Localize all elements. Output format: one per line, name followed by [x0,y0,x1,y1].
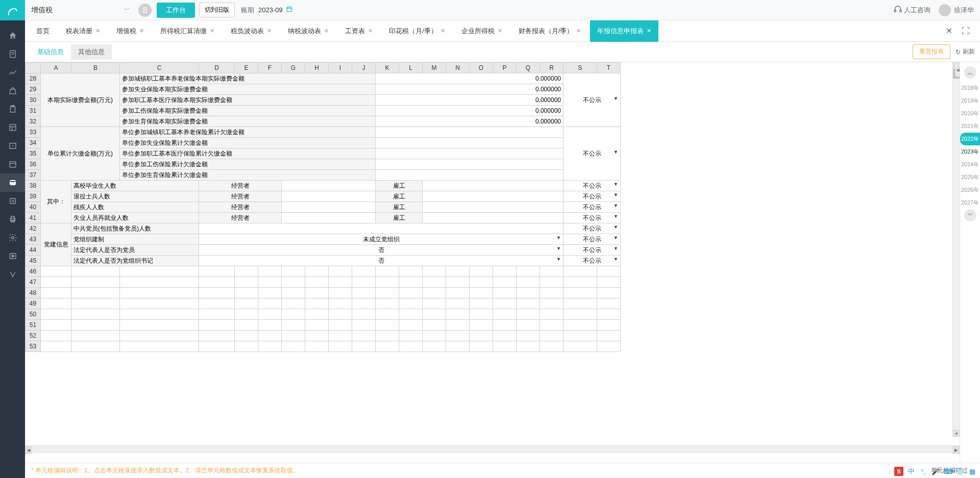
nav-doc[interactable] [0,45,25,63]
value-cell[interactable] [423,213,564,223]
tab-stamp[interactable]: 印花税（月/季）✕ [382,20,452,42]
ime-toolbox-icon[interactable]: ▦ [968,467,977,476]
value-cell[interactable]: 0.000000 [376,116,564,127]
tab-home[interactable]: 首页 [29,20,57,42]
disclosure-dropdown[interactable]: 不公示▼ [564,181,621,191]
col-head[interactable]: N [446,63,470,73]
value-cell[interactable] [282,181,376,191]
tab-vat[interactable]: 增值税✕ [109,20,151,42]
row-label[interactable]: 参加城镇职工基本养老保险本期实际缴费金额 [120,73,376,84]
row-label[interactable]: 单位参加工伤保险累计欠缴金额 [120,159,376,170]
row-label[interactable]: 单位参加城镇职工基本养老保险累计欠缴金额 [120,127,376,138]
value-dropdown[interactable]: 否▼ [199,245,564,256]
value-cell[interactable] [376,148,564,159]
expand-icon[interactable]: ⛶ [960,24,972,38]
nav-chart[interactable] [0,63,25,82]
ime-lang-icon[interactable]: 中 [906,467,916,476]
nav-form[interactable] [0,118,25,137]
value-cell[interactable] [376,170,564,181]
col-head[interactable]: R [540,63,564,73]
close-all-icon[interactable]: ✕ [944,24,954,38]
close-icon[interactable]: ✕ [95,28,100,34]
value-cell[interactable] [376,159,564,170]
nav-settings[interactable] [0,229,25,247]
row-label[interactable]: 高校毕业生人数 [71,181,199,191]
close-icon[interactable]: ✕ [368,28,373,34]
nav-clipboard[interactable] [0,100,25,118]
year-down-icon[interactable]: ︾ [964,209,976,221]
disclosure-dropdown[interactable]: 不公示▼ [564,127,621,181]
disclosure-dropdown[interactable]: 不公示▼ [564,234,621,245]
sub-label[interactable]: 经营者 [199,202,282,213]
group-label[interactable]: 本期实际缴费金额(万元) [41,73,120,127]
ime-punct-icon[interactable]: °, [919,467,928,476]
sub-label[interactable]: 经营者 [199,181,282,191]
value-cell[interactable]: 0.000000 [376,95,564,106]
workspace-button[interactable]: 工作台 [157,3,195,18]
row-label[interactable]: 参加生育保险本期实际缴费金额 [120,116,376,127]
close-icon[interactable]: ✕ [576,28,581,34]
period-value[interactable]: 2023-09 [258,6,283,14]
scroll-down-icon[interactable]: ▼ [953,430,960,437]
col-head[interactable]: K [376,63,399,73]
tab-taxlist[interactable]: 税表清册✕ [59,20,107,42]
year-item-active[interactable]: 2022年 [960,133,980,145]
row-label[interactable]: 法定代表人是否为党组织书记 [71,256,199,266]
doc-circle-icon[interactable] [138,4,152,17]
ime-keyboard-icon[interactable]: ⌨ [943,467,952,476]
row-label[interactable]: 退役士兵人数 [71,191,199,202]
col-head[interactable]: D [199,63,235,73]
year-item[interactable]: 2020年 [960,107,980,120]
horizontal-scrollbar[interactable]: ◀ ▶ [25,445,960,454]
close-icon[interactable]: ✕ [498,28,502,34]
module-dropdown[interactable]: 增值税 ﹀ [31,6,138,15]
nav-home[interactable] [0,27,25,45]
close-icon[interactable]: ✕ [440,28,445,34]
value-cell[interactable] [282,202,376,213]
row-label[interactable]: 参加失业保险本期实际缴费金额 [120,84,376,95]
grid-corner[interactable] [26,63,41,73]
row-label[interactable]: 党组织建制 [71,234,199,245]
sub-label[interactable]: 雇工 [376,202,423,213]
value-cell[interactable] [199,223,564,234]
disclosure-dropdown[interactable]: 不公示▼ [564,73,621,127]
subtab-other[interactable]: 其他信息 [71,44,112,60]
row-label[interactable]: 残疾人人数 [71,202,199,213]
value-cell[interactable]: 0.000000 [376,73,564,84]
year-item[interactable]: 2027年 [960,196,980,209]
nav-v[interactable] [0,265,25,284]
nav-print[interactable] [0,210,25,229]
col-head[interactable]: M [423,63,446,73]
disclosure-dropdown[interactable]: 不公示▼ [564,245,621,256]
value-cell[interactable]: 0.000000 [376,84,564,95]
nav-bag[interactable] [0,82,25,100]
value-cell[interactable]: 0.000000 [376,106,564,116]
col-head[interactable]: Q [517,63,540,73]
col-head[interactable]: B [71,63,120,73]
value-cell[interactable] [282,213,376,223]
value-dropdown[interactable]: 否▼ [199,256,564,266]
tab-income[interactable]: 所得税汇算清缴✕ [153,20,222,42]
value-cell[interactable] [423,181,564,191]
group-label[interactable]: 其中： [41,181,71,223]
close-icon[interactable]: ✕ [324,28,329,34]
ime-mic-icon[interactable]: 🎤 [931,467,940,476]
refresh-button[interactable]: ↻刷新 [955,44,975,59]
group-label[interactable]: 党建信息 [41,223,71,266]
tab-salary[interactable]: 工资表✕ [338,20,380,42]
value-cell[interactable] [376,138,564,148]
year-item[interactable]: 2021年 [960,120,980,133]
tab-burden[interactable]: 税负波动表✕ [224,20,279,42]
col-head[interactable]: G [282,63,305,73]
value-cell[interactable] [282,191,376,202]
row-label[interactable]: 失业人员再就业人数 [71,213,199,223]
ime-sogou-icon[interactable]: S [894,467,903,476]
disclosure-dropdown[interactable]: 不公示▼ [564,223,621,234]
col-head[interactable]: A [41,63,71,73]
row-label[interactable]: 法定代表人是否为党员 [71,245,199,256]
nav-play[interactable] [0,247,25,265]
support-link[interactable]: 人工咨询 [894,5,930,15]
spreadsheet[interactable]: A B C D E F G H I J K L M [25,62,960,463]
close-icon[interactable]: ✕ [139,28,144,34]
tab-fin[interactable]: 财务报表（月/季）✕ [511,20,589,42]
